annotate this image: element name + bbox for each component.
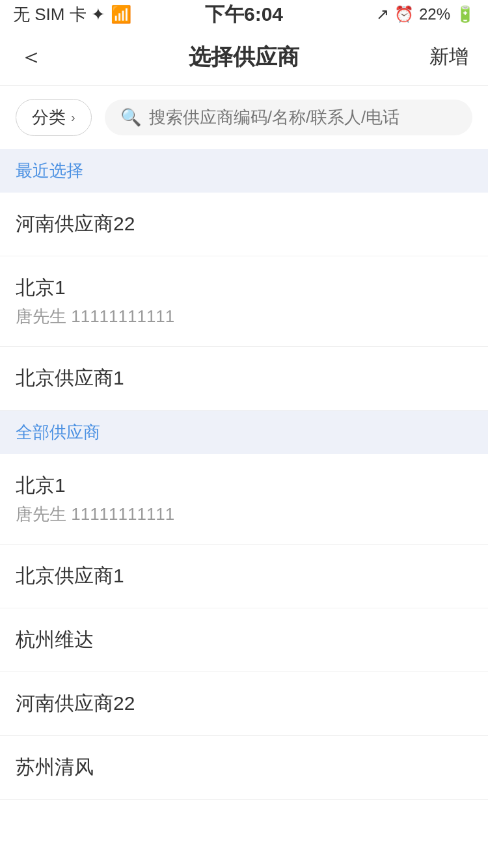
battery-icon: 🔋 [455, 5, 475, 23]
status-right: ↗ ⏰ 22% 🔋 [376, 5, 475, 23]
filter-row: 分类 › 🔍 [0, 86, 488, 149]
item-name: 河南供应商22 [16, 211, 472, 237]
recent-list-item[interactable]: 北京供应商1 [0, 347, 488, 411]
chevron-right-icon: › [71, 110, 75, 125]
nav-bar: ＜ 选择供应商 新增 [0, 29, 488, 86]
recent-list-item[interactable]: 河南供应商22 [0, 193, 488, 256]
all-section-header: 全部供应商 [0, 411, 488, 454]
sim-status: 无 SIM 卡 ✦ [13, 3, 105, 26]
item-name: 河南供应商22 [16, 690, 472, 717]
search-icon: 🔍 [120, 107, 141, 128]
all-list-item[interactable]: 北京1唐先生 11111111111 [0, 454, 488, 545]
category-filter[interactable]: 分类 › [16, 99, 92, 136]
page-title: 选择供应商 [189, 42, 299, 72]
wifi-icon: 📶 [111, 5, 131, 25]
status-bar: 无 SIM 卡 ✦ 📶 下午6:04 ↗ ⏰ 22% 🔋 [0, 0, 488, 29]
back-button[interactable]: ＜ [20, 41, 59, 73]
all-list-item[interactable]: 河南供应商22 [0, 672, 488, 736]
item-name: 北京供应商1 [16, 365, 472, 392]
item-name: 北京1 [16, 472, 472, 499]
status-left: 无 SIM 卡 ✦ 📶 [13, 3, 131, 26]
item-name: 北京供应商1 [16, 563, 472, 590]
item-name: 苏州清风 [16, 754, 472, 781]
category-label: 分类 [32, 106, 66, 129]
status-time: 下午6:04 [205, 1, 283, 28]
all-section-label: 全部供应商 [16, 422, 100, 442]
item-sub: 唐先生 11111111111 [16, 503, 472, 526]
recent-section-header: 最近选择 [0, 149, 488, 193]
battery-level: 22% [419, 5, 450, 23]
all-list-item[interactable]: 北京供应商1 [0, 545, 488, 608]
add-button[interactable]: 新增 [429, 44, 468, 70]
item-name: 杭州维达 [16, 627, 472, 653]
recent-items-list: 河南供应商22北京1唐先生 11111111111北京供应商1 [0, 193, 488, 411]
all-list-item[interactable]: 杭州维达 [0, 608, 488, 672]
search-box[interactable]: 🔍 [105, 100, 472, 135]
recent-section-label: 最近选择 [16, 161, 83, 180]
search-input[interactable] [149, 107, 457, 128]
location-icon: ↗ [376, 5, 389, 23]
recent-list-item[interactable]: 北京1唐先生 11111111111 [0, 256, 488, 347]
all-list-item[interactable]: 苏州清风 [0, 736, 488, 800]
all-items-list: 北京1唐先生 11111111111北京供应商1杭州维达河南供应商22苏州清风 [0, 454, 488, 800]
alarm-icon: ⏰ [394, 5, 414, 23]
item-name: 北京1 [16, 275, 472, 301]
item-sub: 唐先生 11111111111 [16, 305, 472, 328]
